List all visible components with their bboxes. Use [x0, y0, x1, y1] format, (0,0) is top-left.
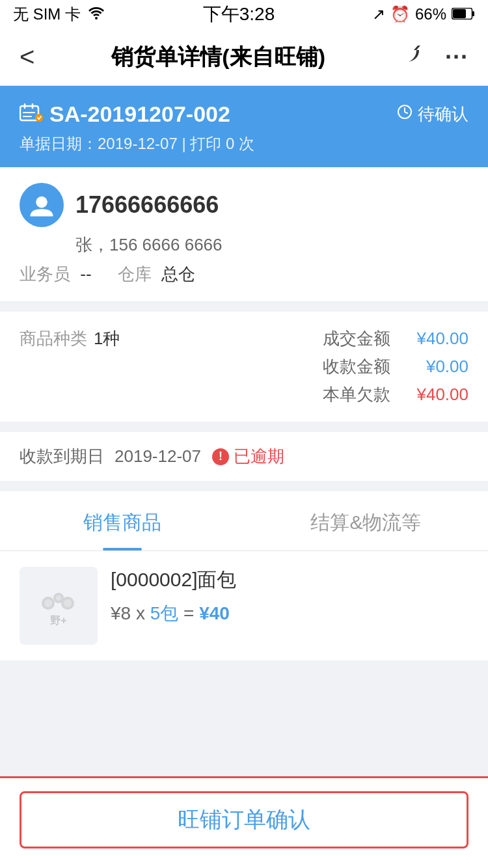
- amount-label-2: 本单欠款: [323, 383, 390, 406]
- svg-point-13: [44, 599, 52, 607]
- battery-icon: [452, 5, 475, 23]
- status-bar-time: 下午3:28: [203, 2, 275, 27]
- amount-label-0: 成交金额: [323, 327, 390, 350]
- svg-text:!: !: [219, 450, 223, 463]
- summary-section: 商品种类 1种 成交金额 ¥40.00 收款金额 ¥0.00 本单欠款 ¥40.…: [0, 312, 488, 422]
- svg-point-9: [36, 197, 47, 208]
- product-list: 野+ [0000002]面包 ¥8 x 5包 = ¥40: [0, 551, 488, 660]
- confirm-order-button[interactable]: 旺铺订单确认: [20, 791, 468, 848]
- nav-actions: ···: [402, 43, 468, 72]
- order-status: 待确认: [397, 103, 468, 126]
- order-icon: [20, 102, 43, 127]
- svg-text:野+: 野+: [50, 615, 66, 626]
- product-item: 野+ [0000002]面包 ¥8 x 5包 = ¥40: [20, 567, 468, 645]
- salesperson-label: 业务员: [20, 264, 70, 284]
- amount-label-1: 收款金额: [323, 355, 390, 378]
- svg-rect-1: [472, 11, 474, 16]
- product-thumbnail: 野+: [20, 567, 98, 645]
- location-icon: ↗: [372, 5, 385, 23]
- amount-value-1: ¥0.00: [403, 357, 468, 377]
- price-unit: ¥8 x: [111, 603, 150, 623]
- order-id: SA-20191207-002: [20, 102, 230, 127]
- due-date-label: 收款到期日: [20, 445, 104, 468]
- bottom-area: [0, 660, 488, 791]
- order-meta: 单据日期：2019-12-07 | 打印 0 次: [20, 133, 468, 154]
- clock-icon: [397, 104, 413, 124]
- alarm-icon: ⏰: [390, 5, 410, 23]
- warehouse-label: 仓库: [118, 264, 152, 284]
- share-icon[interactable]: [402, 43, 426, 72]
- customer-phone: 17666666666: [75, 191, 219, 219]
- svg-point-6: [35, 114, 43, 122]
- category-label: 商品种类: [20, 327, 87, 350]
- salesperson-value: --: [80, 264, 91, 284]
- confirm-button-wrap: 旺铺订单确认: [0, 776, 488, 868]
- battery-label: 66%: [415, 5, 446, 23]
- customer-info-row: 业务员 -- 仓库 总仓: [20, 263, 468, 286]
- more-icon[interactable]: ···: [445, 44, 468, 71]
- page-title: 销货单详情(来自旺铺): [111, 42, 325, 72]
- price-total: ¥40: [199, 603, 230, 623]
- product-name: [0000002]面包: [111, 567, 468, 593]
- wifi-icon: [87, 5, 105, 23]
- customer-section: 17666666666 张，156 6666 6666 业务员 -- 仓库 总仓: [0, 167, 488, 301]
- amount-value-0: ¥40.00: [403, 329, 468, 349]
- status-bar-left: 无 SIM 卡: [13, 4, 105, 25]
- product-details: [0000002]面包 ¥8 x 5包 = ¥40: [111, 567, 468, 626]
- status-bar: 无 SIM 卡 下午3:28 ↗ ⏰ 66%: [0, 0, 488, 29]
- customer-name: 张，156 6666 6666: [20, 234, 468, 256]
- overdue-badge: ! 已逾期: [211, 445, 284, 468]
- product-price: ¥8 x 5包 = ¥40: [111, 601, 468, 626]
- order-header-card: SA-20191207-002 待确认 单据日期：2019-12-07 | 打印…: [0, 86, 488, 167]
- overdue-label: 已逾期: [234, 445, 284, 468]
- amount-value-2: ¥40.00: [403, 385, 468, 405]
- warehouse-value: 总仓: [161, 264, 195, 284]
- svg-rect-2: [453, 9, 466, 18]
- back-button[interactable]: <: [20, 42, 34, 72]
- status-bar-right: ↗ ⏰ 66%: [372, 5, 475, 23]
- price-eq: =: [178, 603, 199, 623]
- tab-settlement[interactable]: 结算&物流等: [244, 491, 488, 550]
- tabs-section: 销售商品 结算&物流等 野+ [0000002]面包: [0, 491, 488, 660]
- tabs-header: 销售商品 结算&物流等: [0, 491, 488, 551]
- avatar: [20, 183, 64, 227]
- svg-point-15: [56, 595, 61, 601]
- price-qty: 5包: [150, 603, 179, 623]
- summary-amounts: 成交金额 ¥40.00 收款金额 ¥0.00 本单欠款 ¥40.00: [323, 327, 468, 406]
- category-value: 1种: [94, 327, 120, 350]
- carrier-label: 无 SIM 卡: [13, 4, 81, 25]
- svg-point-17: [64, 599, 72, 607]
- nav-bar: < 销货单详情(来自旺铺) ···: [0, 29, 488, 86]
- due-date-value: 2019-12-07: [115, 446, 201, 467]
- due-date-section: 收款到期日 2019-12-07 ! 已逾期: [0, 432, 488, 481]
- tab-sales-products[interactable]: 销售商品: [0, 491, 244, 550]
